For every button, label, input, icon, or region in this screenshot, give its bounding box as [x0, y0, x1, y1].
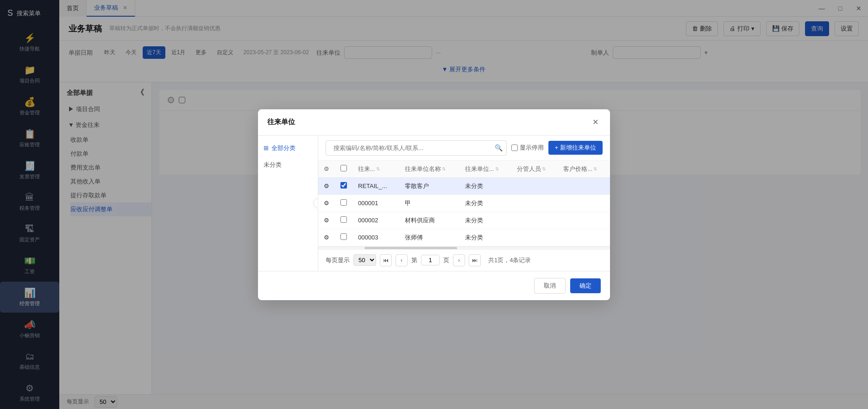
sort-icon-name: ⇅: [442, 166, 446, 171]
search-box: 🔍: [326, 140, 507, 156]
dialog-table-header-row: ⚙ 往来... ⇅: [318, 161, 610, 178]
per-page-select[interactable]: 50: [353, 254, 376, 266]
cancel-label: 取消: [544, 282, 556, 289]
row-settings-cell: ⚙: [318, 212, 335, 229]
row-checkbox-cell[interactable]: [335, 177, 352, 195]
row-checkbox-cell[interactable]: [335, 195, 352, 212]
dialog-select-all[interactable]: [340, 165, 347, 171]
confirm-label: 确定: [579, 282, 591, 289]
show-disabled-checkbox[interactable]: [511, 145, 518, 151]
page-suffix: 页: [443, 256, 449, 264]
col-name[interactable]: 往来单位名称 ⇅: [399, 161, 459, 178]
col-price[interactable]: 客户价格... ⇅: [558, 161, 610, 178]
dialog-close-button[interactable]: ✕: [590, 117, 601, 128]
row-type-cell: 未分类: [459, 229, 512, 246]
dialog-table-row[interactable]: ⚙ 000003 张师傅 未分类: [318, 229, 610, 246]
dialog-toolbar: 🔍 显示停用 + 新增往来单位: [318, 136, 610, 161]
show-disabled-text: 显示停用: [520, 144, 544, 152]
row-type-cell: 未分类: [459, 177, 512, 195]
row-manager-cell: [511, 229, 558, 246]
per-page-label: 每页显示: [326, 256, 350, 264]
row-price-cell: [558, 177, 610, 195]
sort-icon-code: ⇅: [376, 166, 380, 171]
col-checkbox[interactable]: [335, 161, 352, 178]
row-price-cell: [558, 229, 610, 246]
row-manager-cell: [511, 195, 558, 212]
col-settings[interactable]: ⚙: [318, 161, 335, 178]
col-code-sort[interactable]: 往来... ⇅: [358, 165, 394, 173]
row-manager-cell: [511, 177, 558, 195]
sidebar-item-uncategorized-label: 未分类: [264, 161, 282, 168]
grid-icon: ⊞: [264, 145, 269, 151]
col-code[interactable]: 往来... ⇅: [352, 161, 399, 178]
modal-overlay: 往来单位 ✕ ⊞ 全部分类 未分类 《: [0, 0, 868, 409]
settings-col-icon: ⚙: [324, 165, 329, 172]
col-type-sort[interactable]: 往来单位... ⇅: [465, 165, 506, 173]
new-partner-button[interactable]: + 新增往来单位: [548, 141, 603, 155]
show-disabled-label[interactable]: 显示停用: [511, 144, 544, 152]
dialog-content: 🔍 显示停用 + 新增往来单位: [318, 136, 610, 271]
pagination-next[interactable]: ›: [453, 254, 465, 266]
page-label: 第: [411, 256, 417, 264]
row-name-cell: 甲: [399, 195, 459, 212]
col-manager-sort[interactable]: 分管人员 ⇅: [517, 165, 552, 173]
dialog-footer: 取消 确定: [258, 271, 610, 300]
row-code-cell: RETAIL_...: [352, 177, 399, 195]
dialog-title: 往来单位: [267, 118, 295, 126]
row-price-cell: [558, 195, 610, 212]
row-name-cell: 零散客户: [399, 177, 459, 195]
partner-dialog: 往来单位 ✕ ⊞ 全部分类 未分类 《: [258, 109, 610, 300]
dialog-table-row[interactable]: ⚙ RETAIL_... 零散客户 未分类: [318, 177, 610, 195]
search-input[interactable]: [330, 143, 493, 153]
col-price-sort[interactable]: 客户价格... ⇅: [563, 165, 604, 173]
dialog-header: 往来单位 ✕: [258, 109, 610, 136]
dialog-sidebar-all-label: 全部分类: [271, 144, 296, 152]
row-type-cell: 未分类: [459, 212, 512, 229]
col-type[interactable]: 往来单位... ⇅: [459, 161, 512, 178]
dialog-sidebar-header[interactable]: ⊞ 全部分类: [258, 141, 318, 157]
row-checkbox-cell[interactable]: [335, 229, 352, 246]
row-code-cell: 000002: [352, 212, 399, 229]
pagination-total: 共1页，4条记录: [488, 256, 531, 264]
pagination-first[interactable]: ⏮: [380, 254, 392, 266]
dialog-sidebar-collapse-btn[interactable]: 《: [313, 198, 318, 208]
row-code-cell: 000001: [352, 195, 399, 212]
row-manager-cell: [511, 212, 558, 229]
row-code-cell: 000003: [352, 229, 399, 246]
row-type-cell: 未分类: [459, 195, 512, 212]
page-input[interactable]: [421, 255, 440, 265]
row-name-cell: 张师傅: [399, 229, 459, 246]
row-checkbox-cell[interactable]: [335, 212, 352, 229]
sort-icon-price: ⇅: [593, 166, 597, 171]
pagination-prev[interactable]: ‹: [396, 254, 408, 266]
dialog-table: ⚙ 往来... ⇅: [318, 161, 610, 246]
dialog-sidebar: ⊞ 全部分类 未分类 《: [258, 136, 318, 271]
new-partner-label: + 新增往来单位: [555, 144, 596, 152]
dialog-table-row[interactable]: ⚙ 000001 甲 未分类: [318, 195, 610, 212]
dialog-pagination: 每页显示 50 ⏮ ‹ 第 页 › ⏭ 共1页，4条记录: [318, 249, 610, 271]
sort-icon-type: ⇅: [495, 166, 499, 171]
sort-icon-manager: ⇅: [542, 166, 546, 171]
row-settings-cell: ⚙: [318, 195, 335, 212]
row-settings-cell: ⚙: [318, 177, 335, 195]
row-settings-cell: ⚙: [318, 229, 335, 246]
cancel-button[interactable]: 取消: [534, 278, 566, 294]
confirm-button[interactable]: 确定: [570, 278, 601, 293]
search-icon: 🔍: [495, 144, 503, 151]
dialog-table-row[interactable]: ⚙ 000002 材料供应商 未分类: [318, 212, 610, 229]
pagination-last[interactable]: ⏭: [469, 254, 481, 266]
dialog-body: ⊞ 全部分类 未分类 《 🔍 显示停用: [258, 136, 610, 271]
col-name-sort[interactable]: 往来单位名称 ⇅: [405, 165, 454, 173]
row-price-cell: [558, 212, 610, 229]
dialog-table-wrap: ⚙ 往来... ⇅: [318, 161, 610, 246]
col-manager[interactable]: 分管人员 ⇅: [511, 161, 558, 178]
row-name-cell: 材料供应商: [399, 212, 459, 229]
dialog-sidebar-uncategorized[interactable]: 未分类: [258, 157, 318, 173]
